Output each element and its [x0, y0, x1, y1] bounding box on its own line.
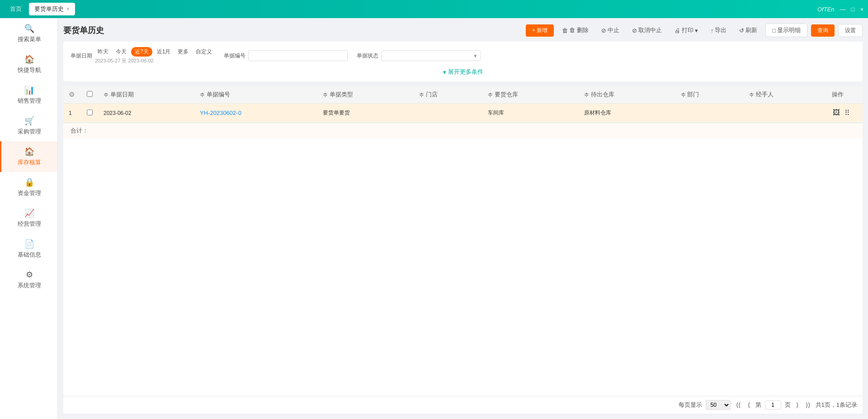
next-page-btn[interactable]: ⟩ — [794, 400, 800, 409]
page-input[interactable] — [765, 400, 781, 409]
content-area: 要货单历史 + 新增 🗑 🗑 删除 ⊘ 中止 ⊘ 取消中止 🖨 打印 — [58, 18, 868, 419]
col-req-warehouse-label: ≑ 要货仓库 — [488, 91, 518, 98]
export-icon: ↑ — [711, 27, 714, 34]
col-store[interactable]: ≑ 门店 — [414, 86, 482, 104]
col-checkbox[interactable] — [81, 86, 98, 104]
query-button[interactable]: 查询 — [811, 24, 835, 37]
ops-icon: 📈 — [24, 208, 34, 218]
date-filter-label: 单据日期 — [71, 52, 92, 60]
sidebar-item-label: 基础信息 — [18, 251, 41, 259]
finance-icon: 🔒 — [24, 177, 34, 187]
shortcut-today[interactable]: 今天 — [113, 47, 129, 57]
col-dept[interactable]: ≑ 部门 — [675, 86, 744, 104]
page-goto-label: 第 — [755, 401, 761, 409]
col-no[interactable]: ≑ 单据编号 — [194, 86, 317, 104]
expand-more: ▾ 展开更多条件 — [71, 68, 855, 76]
date-range-text: 2023-05-27 至 2023-06-02 — [95, 57, 215, 64]
col-ops-label: 操作 — [832, 91, 844, 98]
tab-home[interactable]: 首页 — [5, 3, 27, 15]
refresh-label: 刷新 — [745, 26, 757, 34]
sidebar-item-inventory[interactable]: 🏠 库存核算 — [0, 141, 57, 172]
tab-requisition-history-label: 要货单历史 — [34, 5, 64, 13]
shortcut-yesterday[interactable]: 昨天 — [95, 47, 111, 57]
cell-checkbox[interactable] — [81, 104, 98, 123]
shortcut-1month[interactable]: 近1月 — [154, 47, 174, 57]
cancel-stop-button[interactable]: ⊘ 取消中止 — [627, 24, 666, 36]
cell-date: 2023-06-02 — [98, 104, 194, 123]
sidebar-item-label: 经营管理 — [18, 220, 41, 228]
doc-no-link[interactable]: YH-20230602-0 — [200, 110, 241, 116]
minimize-icon[interactable]: — — [840, 6, 846, 13]
shortcut-custom[interactable]: 自定义 — [193, 47, 215, 57]
delete-label: 🗑 删除 — [569, 26, 589, 34]
sidebar-item-ops[interactable]: 📈 经营管理 — [0, 203, 57, 233]
cell-type: 要货单要货 — [317, 104, 414, 123]
sidebar-item-search-menu[interactable]: 🔍 搜索菜单 — [0, 18, 57, 49]
sidebar-item-label: 采购管理 — [18, 128, 41, 136]
more-icon[interactable]: ⠿ — [844, 108, 851, 118]
expand-btn[interactable]: ▾ 展开更多条件 — [443, 68, 483, 76]
cancel-stop-label: 取消中止 — [638, 26, 662, 34]
sales-icon: 📊 — [24, 85, 34, 95]
sidebar-item-purchase[interactable]: 🛒 采购管理 — [0, 110, 57, 141]
date-shortcuts: 昨天 今天 近7天 近1月 更多 自定义 2023-05-27 至 2023-0… — [95, 47, 215, 64]
doc-no-input[interactable] — [248, 50, 348, 61]
main-layout: 🔍 搜索菜单 🏠 快捷导航 📊 销售管理 🛒 采购管理 🏠 库存核算 🔒 资金管… — [0, 18, 868, 419]
settings-gear-icon[interactable]: ⚙ — [69, 90, 75, 98]
sidebar-item-label: 资金管理 — [18, 189, 41, 197]
sidebar-item-label: 库存核算 — [18, 158, 41, 167]
delete-button[interactable]: 🗑 🗑 删除 — [557, 24, 593, 36]
prev-page-btn[interactable]: ⟨ — [746, 400, 752, 409]
col-req-warehouse[interactable]: ≑ 要货仓库 — [482, 86, 579, 104]
first-page-btn[interactable]: ⟨⟨ — [734, 400, 742, 409]
print-button[interactable]: 🖨 打印 ▾ — [670, 24, 703, 36]
col-date[interactable]: ≑ 单据日期 — [98, 86, 194, 104]
per-page-select[interactable]: 20 50 100 200 — [706, 400, 731, 410]
doc-no-filter: 单据编号 — [224, 50, 348, 61]
sidebar-item-finance[interactable]: 🔒 资金管理 — [0, 172, 57, 203]
status-input[interactable] — [381, 50, 481, 61]
tab-requisition-history[interactable]: 要货单历史 × — [29, 3, 75, 15]
col-ops: 操作 — [826, 86, 863, 104]
pagination-bar: 每页显示 20 50 100 200 ⟨⟨ ⟨ 第 页 ⟩ ⟩⟩ 共1页，1条记… — [63, 396, 863, 414]
col-handler[interactable]: ≑ 经手人 — [744, 86, 826, 104]
table-header-row: ⚙ ≑ 单据日期 ≑ 单据编号 ≑ 单据类型 — [63, 86, 863, 104]
sidebar-item-quick-nav[interactable]: 🏠 快捷导航 — [0, 49, 57, 80]
col-handler-label: ≑ 经手人 — [749, 91, 774, 98]
status-filter: 单据状态 ▾ — [357, 50, 481, 61]
sidebar-item-sales[interactable]: 📊 销售管理 — [0, 80, 57, 110]
sidebar-item-sys-mgmt[interactable]: ⚙ 系统管理 — [0, 264, 57, 295]
cell-pending-warehouse: 原材料仓库 — [579, 104, 675, 123]
sidebar-item-label: 销售管理 — [18, 97, 41, 105]
last-page-btn[interactable]: ⟩⟩ — [804, 400, 812, 409]
col-no-label: ≑ 单据编号 — [200, 91, 230, 98]
total-info: 共1页，1条记录 — [816, 401, 857, 409]
sidebar-item-label: 系统管理 — [18, 281, 41, 290]
sidebar-item-basic-info[interactable]: 📄 基础信息 — [0, 233, 57, 264]
toolbar: + 新增 🗑 🗑 删除 ⊘ 中止 ⊘ 取消中止 🖨 打印 ▾ — [526, 24, 863, 37]
stop-button[interactable]: ⊘ 中止 — [597, 24, 624, 36]
col-type-label: ≑ 单据类型 — [323, 91, 353, 98]
delete-icon: 🗑 — [562, 27, 568, 34]
new-button[interactable]: + 新增 — [526, 24, 554, 37]
col-settings[interactable]: ⚙ — [63, 86, 81, 104]
settings-button[interactable]: 设置 — [838, 24, 863, 37]
expand-icon: ▾ — [443, 69, 446, 76]
window-close-icon[interactable]: × — [860, 6, 863, 13]
col-type[interactable]: ≑ 单据类型 — [317, 86, 414, 104]
export-button[interactable]: ↑ 导出 — [706, 24, 731, 36]
maximize-icon[interactable]: □ — [851, 6, 855, 13]
tab-close-icon[interactable]: × — [66, 6, 70, 12]
cell-no: YH-20230602-0 — [194, 104, 317, 123]
shortcut-7days[interactable]: 近7天 — [131, 47, 152, 57]
shortcut-more[interactable]: 更多 — [175, 47, 191, 57]
cell-dept — [675, 104, 744, 123]
row-checkbox[interactable] — [87, 110, 93, 115]
refresh-button[interactable]: ↺ 刷新 — [735, 24, 762, 36]
select-all-checkbox[interactable] — [87, 91, 93, 97]
search-menu-icon: 🔍 — [24, 24, 34, 33]
view-icon[interactable]: 🖼 — [832, 108, 841, 118]
quick-nav-icon: 🏠 — [24, 54, 34, 64]
show-detail-button[interactable]: □ 显示明细 — [765, 24, 807, 37]
col-pending-warehouse[interactable]: ≑ 待出仓库 — [579, 86, 675, 104]
